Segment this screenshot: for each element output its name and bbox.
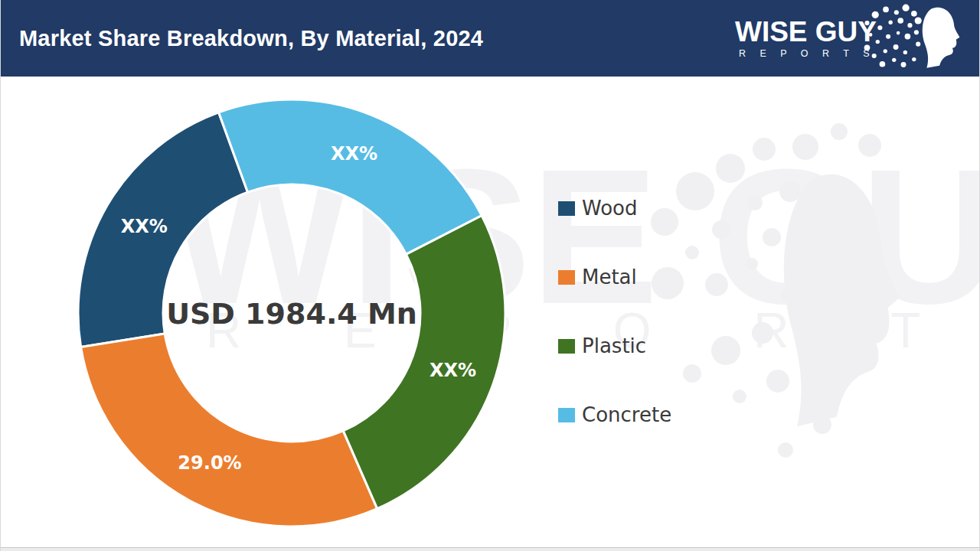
chart-title: Market Share Breakdown, By Material, 202… bbox=[19, 0, 483, 77]
chart-area: WISE GUY R E P O R T S USD 1984.4 Mn XX%… bbox=[1, 77, 979, 551]
legend-swatch-concrete bbox=[558, 408, 575, 422]
legend-item-metal: Metal bbox=[558, 266, 671, 288]
donut-center-value: USD 1984.4 Mn bbox=[166, 297, 417, 331]
logo-face-icon bbox=[854, 3, 969, 73]
donut-chart: USD 1984.4 Mn XX%29.0%XX%XX% bbox=[1, 77, 980, 551]
legend-label-concrete: Concrete bbox=[582, 405, 671, 425]
legend-item-wood: Wood bbox=[558, 197, 671, 219]
segment-label-concrete: XX% bbox=[331, 143, 377, 165]
header-band: Market Share Breakdown, By Material, 202… bbox=[1, 0, 979, 77]
legend-label-metal: Metal bbox=[582, 267, 637, 287]
segment-label-wood: XX% bbox=[121, 216, 168, 237]
wise-guy-logo: WISE GUY R E P O R T S bbox=[735, 3, 969, 73]
legend-label-plastic: Plastic bbox=[582, 336, 646, 356]
legend-item-plastic: Plastic bbox=[558, 335, 671, 357]
legend-swatch-plastic bbox=[558, 339, 575, 354]
donut-segment-concrete bbox=[219, 99, 482, 254]
legend-label-wood: Wood bbox=[582, 198, 638, 218]
donut-segment-plastic bbox=[343, 216, 505, 509]
infographic-page: Market Share Breakdown, By Material, 202… bbox=[0, 0, 980, 551]
segment-label-plastic: XX% bbox=[430, 360, 476, 381]
bottom-edge-strip bbox=[1, 547, 979, 551]
legend-swatch-wood bbox=[558, 201, 575, 216]
segment-label-metal: 29.0% bbox=[178, 452, 241, 474]
chart-legend: Wood Metal Plastic Concrete bbox=[558, 197, 671, 473]
legend-item-concrete: Concrete bbox=[558, 404, 671, 425]
donut-segment-metal bbox=[81, 334, 377, 527]
legend-swatch-metal bbox=[558, 270, 575, 285]
